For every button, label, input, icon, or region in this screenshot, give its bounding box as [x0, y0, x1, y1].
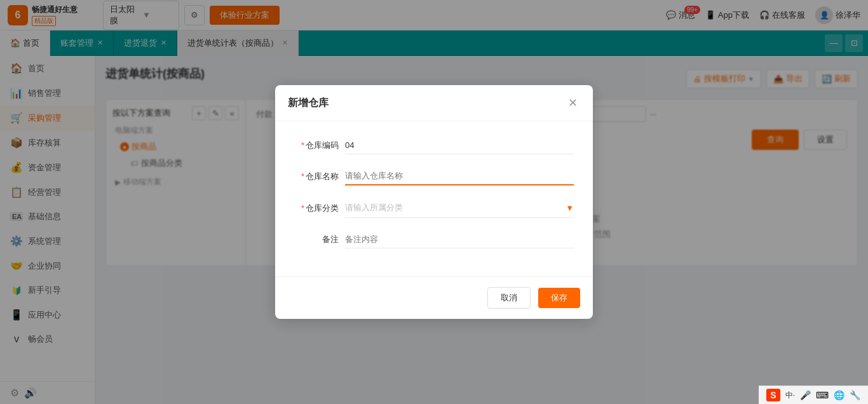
- bottom-bar: S 中· 🎤 ⌨ 🌐 🔧: [759, 386, 868, 404]
- category-arrow-icon: ▼: [566, 203, 574, 213]
- category-field-row: 仓库分类 请输入所属分类 ▼: [294, 198, 574, 218]
- note-input[interactable]: [345, 231, 574, 248]
- note-field-row: 备注: [294, 231, 574, 248]
- save-button[interactable]: 保存: [538, 288, 580, 308]
- keyboard-icon: ⌨: [816, 390, 829, 400]
- bottom-label: 中·: [785, 390, 795, 401]
- name-input[interactable]: [345, 167, 574, 185]
- modal-overlay: 新增仓库 ✕ 仓库编码 仓库名称 仓库分类: [0, 0, 868, 404]
- name-label: 仓库名称: [294, 171, 345, 182]
- lang-icon: 🌐: [834, 390, 844, 400]
- code-field-row: 仓库编码: [294, 137, 574, 154]
- name-field-row: 仓库名称: [294, 167, 574, 185]
- tools-icon: 🔧: [850, 390, 860, 400]
- dialog-close-button[interactable]: ✕: [565, 95, 580, 111]
- note-label: 备注: [294, 234, 345, 245]
- dialog-footer: 取消 保存: [275, 276, 593, 319]
- code-input[interactable]: [345, 137, 574, 154]
- code-label: 仓库编码: [294, 140, 345, 151]
- mic-icon: 🎤: [800, 390, 811, 400]
- dialog-title: 新增仓库: [288, 97, 329, 110]
- category-label: 仓库分类: [294, 203, 345, 214]
- category-select[interactable]: 请输入所属分类 ▼: [345, 198, 574, 218]
- dialog-body: 仓库编码 仓库名称 仓库分类 请输入所属分类 ▼: [275, 121, 593, 276]
- cancel-button[interactable]: 取消: [487, 287, 531, 309]
- s-logo: S: [766, 389, 780, 401]
- new-warehouse-dialog: 新增仓库 ✕ 仓库编码 仓库名称 仓库分类: [275, 85, 593, 319]
- dialog-header: 新增仓库 ✕: [275, 85, 593, 121]
